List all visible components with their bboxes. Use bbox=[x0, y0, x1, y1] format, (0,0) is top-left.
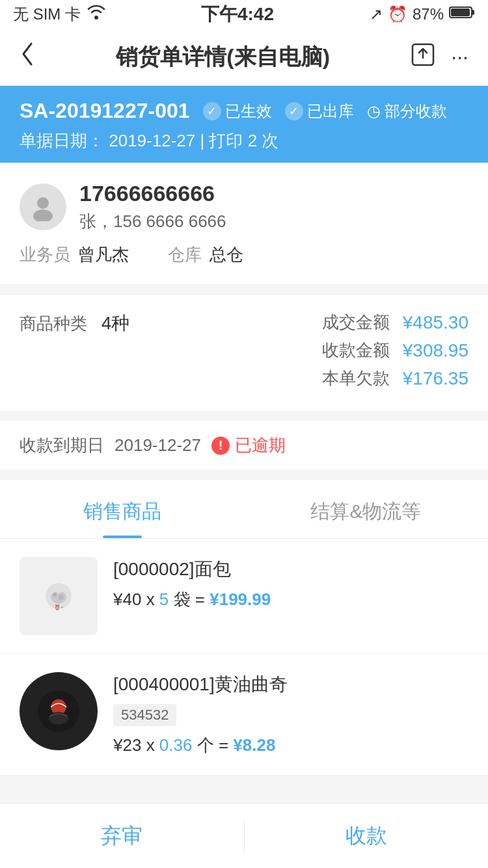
customer-meta: 业务员 曾凡杰 仓库 总仓 bbox=[20, 243, 468, 266]
svg-rect-2 bbox=[451, 8, 470, 16]
category-label: 商品种类 bbox=[20, 314, 87, 333]
due-date-section: 收款到期日 2019-12-27 ! 已逾期 bbox=[0, 421, 488, 470]
overdue-icon: ! bbox=[211, 437, 230, 455]
category-count: 4种 bbox=[102, 313, 130, 333]
order-header-banner: SA-20191227-001 已生效 已出库 部分收款 单据日期： 2019-… bbox=[0, 86, 488, 163]
alarm-icon: ⏰ bbox=[388, 5, 407, 23]
battery-icon bbox=[449, 5, 475, 23]
svg-point-4 bbox=[37, 197, 49, 209]
share-icon[interactable] bbox=[411, 42, 435, 72]
location-icon: ↗ bbox=[370, 5, 383, 23]
tab-sales-label: 销售商品 bbox=[83, 500, 161, 522]
product-image-2 bbox=[20, 672, 98, 750]
overdue-text: 已逾期 bbox=[235, 434, 286, 457]
salesperson-label: 业务员 bbox=[20, 243, 70, 266]
receive-amount-row: 收款金额 ¥308.95 bbox=[322, 339, 468, 362]
customer-info: 17666666666 张，156 6666 6666 bbox=[79, 181, 226, 233]
tab-settlement[interactable]: 结算&物流等 bbox=[244, 480, 488, 538]
trans-amount-value: ¥485.30 bbox=[403, 312, 468, 333]
unit-price-2: ¥23 bbox=[113, 735, 141, 755]
warehouse-value: 总仓 bbox=[210, 243, 243, 266]
product-info-1: [0000002]面包 ¥40 x 5 袋 = ¥199.99 bbox=[113, 557, 468, 611]
svg-rect-1 bbox=[472, 10, 474, 15]
print-info: | 打印 2 次 bbox=[200, 131, 278, 150]
warehouse-label: 仓库 bbox=[168, 243, 202, 266]
qty-2: 0.36 bbox=[159, 735, 193, 755]
nav-bar: 销货单详情(来自电脑) ··· bbox=[0, 29, 488, 86]
owed-amount-value: ¥176.35 bbox=[403, 368, 468, 389]
stats-section: 商品种类 4种 成交金额 ¥485.30 收款金额 ¥308.95 本单欠款 ¥… bbox=[0, 295, 488, 411]
trans-amount-row: 成交金额 ¥485.30 bbox=[322, 311, 468, 334]
owed-amount-label: 本单欠款 bbox=[322, 367, 390, 390]
customer-row: 17666666666 张，156 6666 6666 bbox=[20, 181, 468, 233]
unit-1: 袋 bbox=[174, 590, 191, 609]
cancel-button[interactable]: 弃审 bbox=[0, 804, 244, 868]
stats-right: 成交金额 ¥485.30 收款金额 ¥308.95 本单欠款 ¥176.35 bbox=[322, 311, 468, 395]
trans-amount-label: 成交金额 bbox=[322, 311, 390, 334]
salesperson-value: 曾凡杰 bbox=[78, 243, 129, 266]
page-title: 销货单详情(来自电脑) bbox=[116, 42, 330, 72]
svg-point-5 bbox=[33, 210, 53, 221]
tabs-container: 销售商品 结算&物流等 bbox=[0, 480, 488, 539]
product-price-1: ¥40 x 5 袋 = ¥199.99 bbox=[113, 588, 468, 611]
badge-effective: 已生效 bbox=[203, 101, 272, 122]
receive-amount-label: 收款金额 bbox=[322, 339, 390, 362]
confirm-button[interactable]: 收款 bbox=[245, 804, 489, 868]
due-date-value: 2019-12-27 bbox=[115, 435, 201, 455]
list-item: 🦉+ [0000002]面包 ¥40 x 5 袋 = ¥199.99 bbox=[0, 539, 488, 654]
customer-name: 17666666666 bbox=[79, 181, 226, 206]
badge-shipped: 已出库 bbox=[285, 101, 354, 122]
product-list: 🦉+ [0000002]面包 ¥40 x 5 袋 = ¥199.99 bbox=[0, 539, 488, 776]
customer-section: 17666666666 张，156 6666 6666 业务员 曾凡杰 仓库 总… bbox=[0, 163, 488, 285]
product-sku-2: 534532 bbox=[113, 704, 176, 726]
status-bar: 无 SIM 卡 下午4:42 ↗ ⏰ 87% bbox=[0, 0, 488, 29]
product-info-2: [000400001]黄油曲奇 534532 ¥23 x 0.36 个 = ¥8… bbox=[113, 672, 468, 757]
overdue-badge: ! 已逾期 bbox=[211, 434, 286, 457]
stats-left: 商品种类 4种 bbox=[20, 311, 129, 336]
qty-1: 5 bbox=[159, 590, 169, 609]
status-time: 下午4:42 bbox=[201, 2, 274, 27]
order-id-text: SA-20191227-001 bbox=[20, 99, 190, 123]
confirm-label: 收款 bbox=[346, 822, 387, 850]
svg-point-8 bbox=[59, 595, 64, 600]
doc-date-value: 2019-12-27 bbox=[109, 131, 195, 150]
receive-amount-value: ¥308.95 bbox=[403, 340, 468, 361]
unit-2: 个 bbox=[197, 735, 214, 755]
bottom-bar: 弃审 收款 bbox=[0, 803, 488, 868]
battery-level: 87% bbox=[413, 5, 444, 23]
total-2: ¥8.28 bbox=[233, 735, 275, 755]
svg-text:🦉+: 🦉+ bbox=[54, 604, 64, 610]
back-button[interactable] bbox=[20, 41, 35, 73]
total-1: ¥199.99 bbox=[210, 590, 271, 609]
list-item: [000400001]黄油曲奇 534532 ¥23 x 0.36 个 = ¥8… bbox=[0, 654, 488, 776]
product-image-1: 🦉+ bbox=[20, 557, 98, 635]
sim-status: 无 SIM 卡 bbox=[13, 4, 81, 25]
doc-date-row: 单据日期： 2019-12-27 | 打印 2 次 bbox=[20, 129, 468, 152]
salesperson-item: 业务员 曾凡杰 bbox=[20, 243, 129, 266]
unit-price-1: ¥40 bbox=[113, 590, 141, 609]
more-icon[interactable]: ··· bbox=[451, 45, 468, 69]
order-id-row: SA-20191227-001 已生效 已出库 部分收款 bbox=[20, 99, 468, 123]
customer-sub: 张，156 6666 6666 bbox=[79, 210, 226, 233]
status-right: ↗ ⏰ 87% bbox=[370, 5, 475, 23]
owed-amount-row: 本单欠款 ¥176.35 bbox=[322, 367, 468, 390]
warehouse-item: 仓库 总仓 bbox=[168, 243, 243, 266]
product-name-1: [0000002]面包 bbox=[113, 557, 468, 582]
product-price-2: ¥23 x 0.36 个 = ¥8.28 bbox=[113, 734, 468, 757]
tab-settlement-label: 结算&物流等 bbox=[310, 500, 421, 522]
avatar bbox=[20, 183, 66, 230]
doc-date-label: 单据日期： bbox=[20, 131, 104, 150]
badge-partial: 部分收款 bbox=[367, 101, 447, 122]
wifi-icon bbox=[87, 5, 105, 23]
nav-actions: ··· bbox=[411, 42, 468, 72]
svg-point-7 bbox=[53, 593, 57, 597]
status-left: 无 SIM 卡 bbox=[13, 4, 105, 25]
tab-sales-products[interactable]: 销售商品 bbox=[0, 480, 244, 538]
due-date-label: 收款到期日 bbox=[20, 434, 104, 457]
cancel-label: 弃审 bbox=[101, 822, 142, 850]
product-name-2: [000400001]黄油曲奇 bbox=[113, 672, 468, 697]
